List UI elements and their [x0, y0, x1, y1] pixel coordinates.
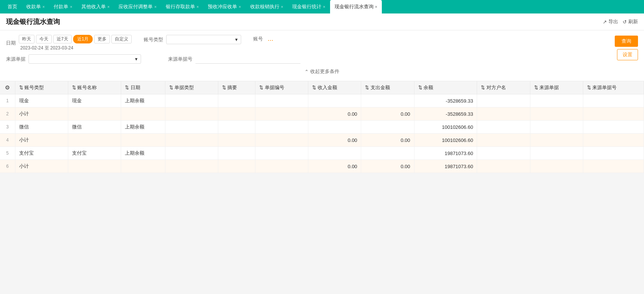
chevron-down-icon: ▾	[135, 56, 138, 62]
date-filter-group: 日期 昨天 今天 近7天 近1月 更多 自定义 2023-02-24 至 202…	[6, 35, 132, 51]
nav-tab-shoukuanhe[interactable]: 收款核销执行 ×	[246, 0, 288, 13]
account-filter-group: 账号 ...	[253, 35, 275, 43]
nav-tab-xianjinyinhang-stat[interactable]: 现金银行统计 ×	[288, 0, 330, 13]
chevron-down-icon: ▾	[235, 37, 238, 42]
header-actions: ↗ 导出 ↺ 刷新	[603, 18, 638, 25]
date-btn-1month[interactable]: 近1月	[73, 35, 93, 43]
table-row: 3微信微信上期余额100102606.60	[0, 121, 644, 134]
query-button[interactable]: 查询	[615, 36, 638, 47]
date-btn-today[interactable]: 今天	[36, 35, 52, 43]
nav-tab-yushouchong[interactable]: 预收冲应收单 ×	[203, 0, 245, 13]
source-doc-select[interactable]: ▾	[29, 54, 141, 64]
nav-tab-shoukuandan[interactable]: 收款单 ×	[22, 0, 49, 13]
account-type-label: 账号类型	[144, 36, 163, 43]
export-icon: ↗	[603, 19, 607, 25]
close-icon[interactable]: ×	[70, 4, 72, 9]
col-summary[interactable]: ⇅ 摘要	[218, 81, 255, 94]
filter-area: 日期 昨天 今天 近7天 近1月 更多 自定义 2023-02-24 至 202…	[0, 30, 644, 81]
nav-tab-xianjinyinhang-query[interactable]: 现金银行流水查询 ×	[330, 0, 382, 13]
page-title: 现金银行流水查询	[6, 17, 60, 26]
close-icon[interactable]: ×	[323, 4, 325, 9]
close-icon[interactable]: ×	[197, 4, 199, 9]
col-source-doc[interactable]: ⇅ 来源单据	[530, 81, 583, 94]
table-row: 6小计0.000.0019871073.60	[0, 160, 644, 173]
close-icon[interactable]: ×	[375, 4, 377, 9]
col-expense[interactable]: ⇅ 支出金额	[361, 81, 414, 94]
refresh-label: 刷新	[628, 18, 638, 25]
close-icon[interactable]: ×	[107, 4, 110, 9]
close-icon[interactable]: ×	[281, 4, 283, 9]
collapse-button[interactable]: ⌃ 收起更多条件	[303, 67, 341, 76]
col-date[interactable]: ⇅ 日期	[121, 81, 165, 94]
source-doc-filter-group: 来源单据 ▾	[6, 54, 156, 64]
col-doc-type[interactable]: ⇅ 单据类型	[165, 81, 218, 94]
col-account-type[interactable]: ⇅ 账号类型	[15, 81, 68, 94]
date-btn-7days[interactable]: 近7天	[53, 35, 72, 43]
nav-tab-yinhangcunqu[interactable]: 银行存取款单 ×	[161, 0, 203, 13]
chevron-up-icon: ⌃	[305, 69, 309, 75]
date-btn-yesterday[interactable]: 昨天	[19, 35, 35, 43]
close-icon[interactable]: ×	[239, 4, 241, 9]
date-btn-custom[interactable]: 自定义	[111, 35, 132, 43]
col-gear[interactable]: ⚙	[0, 81, 15, 94]
col-income[interactable]: ⇅ 收入金额	[308, 81, 361, 94]
nav-tab-qitashouruda[interactable]: 其他收入单 ×	[77, 0, 114, 13]
close-icon[interactable]: ×	[154, 4, 156, 9]
top-navigation: 首页 收款单 × 付款单 × 其他收入单 × 应收应付调整单 × 银行存取款单 …	[0, 0, 644, 13]
date-btn-more[interactable]: 更多	[94, 35, 110, 43]
source-doc-label: 来源单据	[6, 56, 26, 63]
nav-home[interactable]: 首页	[3, 0, 22, 13]
table-row: 2小计0.000.00-3528659.33	[0, 107, 644, 121]
close-icon[interactable]: ×	[42, 4, 45, 9]
source-doc-no-label: 来源单据号	[168, 56, 192, 63]
data-table: ⚙ ⇅ 账号类型 ⇅ 账号名称 ⇅ 日期 ⇅ 单据类型	[0, 81, 644, 173]
nav-tab-yingshouyingfu[interactable]: 应收应付调整单 ×	[114, 0, 161, 13]
export-button[interactable]: ↗ 导出	[603, 18, 618, 25]
col-balance[interactable]: ⇅ 余额	[414, 81, 477, 94]
export-label: 导出	[608, 18, 618, 25]
table-header-row: ⚙ ⇅ 账号类型 ⇅ 账号名称 ⇅ 日期 ⇅ 单据类型	[0, 81, 644, 94]
refresh-button[interactable]: ↺ 刷新	[623, 18, 638, 25]
data-table-container: ⚙ ⇅ 账号类型 ⇅ 账号名称 ⇅ 日期 ⇅ 单据类型	[0, 81, 644, 173]
nav-home-label: 首页	[8, 3, 17, 10]
col-source-doc-no[interactable]: ⇅ 来源单据号	[583, 81, 644, 94]
table-row: 1现金现金上期余额-3528659.33	[0, 94, 644, 107]
date-quick-buttons: 昨天 今天 近7天 近1月 更多 自定义	[19, 35, 132, 43]
date-label: 日期	[6, 40, 16, 46]
source-doc-no-input[interactable]	[195, 55, 300, 64]
collapse-label: 收起更多条件	[310, 68, 339, 75]
gear-icon: ⚙	[5, 84, 10, 91]
date-range-display: 2023-02-24 至 2023-03-24	[20, 45, 132, 51]
settings-button[interactable]: 设置	[617, 49, 638, 60]
account-dots-button[interactable]: ...	[266, 35, 275, 43]
table-row: 4小计0.000.00100102606.60	[0, 134, 644, 147]
account-type-select[interactable]: ▾	[166, 35, 241, 44]
nav-tab-fukuandan[interactable]: 付款单 ×	[49, 0, 77, 13]
source-doc-no-filter-group: 来源单据号	[168, 55, 318, 64]
account-type-filter-group: 账号类型 ▾	[144, 35, 241, 44]
page-header: 现金银行流水查询 ↗ 导出 ↺ 刷新	[0, 13, 644, 30]
col-account-name[interactable]: ⇅ 账号名称	[68, 81, 121, 94]
col-doc-no[interactable]: ⇅ 单据编号	[255, 81, 308, 94]
col-counterpart[interactable]: ⇅ 对方户名	[477, 81, 530, 94]
refresh-icon: ↺	[623, 19, 627, 25]
account-label: 账号	[253, 36, 263, 42]
table-row: 5支付宝支付宝上期余额19871073.60	[0, 147, 644, 160]
collapse-row: ⌃ 收起更多条件	[6, 67, 638, 76]
